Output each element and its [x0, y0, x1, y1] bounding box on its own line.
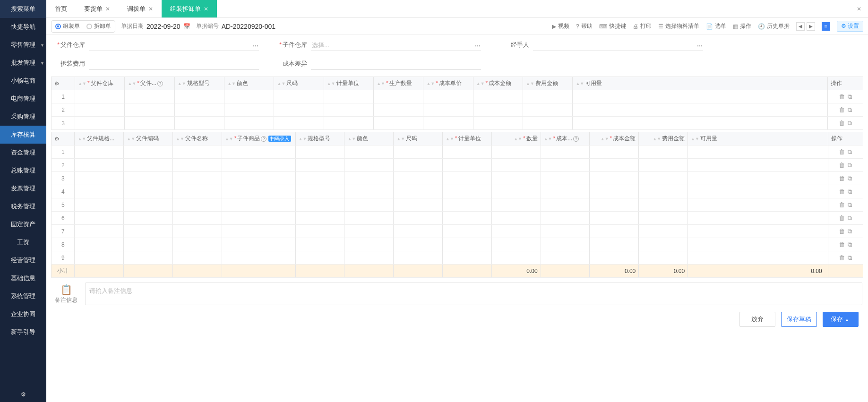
col-cost-amt[interactable]: 成本金额 — [613, 135, 636, 142]
cell[interactable] — [394, 185, 443, 198]
cell[interactable] — [590, 225, 639, 238]
table-row[interactable]: 6🗑⧉ — [52, 212, 863, 225]
cell[interactable] — [590, 198, 639, 212]
cell[interactable] — [688, 159, 828, 172]
sidebar-item-4[interactable]: 小畅电商 — [0, 72, 46, 90]
cell[interactable] — [394, 212, 443, 225]
sidebar-item-11[interactable]: 税务管理 — [0, 197, 46, 215]
sort-icon[interactable]: ▲▼ — [396, 137, 405, 141]
close-icon[interactable]: ✕ — [204, 6, 208, 12]
cell[interactable] — [124, 212, 173, 225]
cell[interactable] — [222, 251, 295, 265]
col-parent-name[interactable]: 父件名称 — [185, 135, 208, 142]
help-icon[interactable]: ? — [573, 136, 579, 142]
sort-icon[interactable]: ▲▼ — [544, 137, 552, 141]
sidebar-item-6[interactable]: 采购管理 — [0, 108, 46, 126]
cell[interactable] — [394, 172, 443, 185]
cell[interactable] — [491, 238, 541, 251]
cell[interactable] — [491, 251, 541, 265]
video-link[interactable]: ▶视频 — [552, 22, 569, 30]
cell[interactable] — [590, 185, 639, 198]
cell[interactable] — [173, 212, 222, 225]
cell[interactable] — [491, 225, 541, 238]
cell[interactable] — [75, 159, 124, 172]
cell[interactable] — [491, 198, 541, 212]
save-button[interactable]: 保存▴ — [823, 312, 859, 327]
cell[interactable] — [222, 145, 295, 159]
tab-1[interactable]: 要货单✕ — [76, 0, 119, 17]
sidebar-item-0[interactable]: 搜索菜单 — [0, 0, 46, 18]
copy-icon[interactable]: ⧉ — [848, 120, 852, 127]
col-color[interactable]: 颜色 — [357, 135, 368, 142]
cell[interactable] — [523, 117, 573, 130]
save-draft-button[interactable]: 保存草稿 — [781, 312, 817, 327]
cell[interactable] — [324, 103, 373, 117]
sort-icon[interactable]: ▲▼ — [176, 137, 184, 141]
sort-icon[interactable]: ▲▼ — [691, 137, 699, 141]
sort-icon[interactable]: ▲▼ — [178, 82, 186, 86]
delete-icon[interactable]: 🗑 — [839, 106, 845, 113]
cell[interactable] — [423, 103, 473, 117]
cell[interactable] — [541, 238, 590, 251]
handler-input[interactable] — [533, 40, 703, 51]
cell[interactable] — [639, 172, 688, 185]
delete-icon[interactable]: 🗑 — [839, 188, 845, 195]
parent-warehouse-input[interactable] — [89, 40, 259, 51]
cell[interactable] — [124, 145, 173, 159]
table-row[interactable]: 1🗑⧉ — [52, 90, 863, 103]
delete-icon[interactable]: 🗑 — [839, 120, 845, 127]
cell[interactable] — [124, 225, 173, 238]
print-link[interactable]: 🖨打印 — [633, 22, 652, 30]
delete-icon[interactable]: 🗑 — [839, 228, 845, 235]
col-child-product[interactable]: 子件商品 — [237, 135, 260, 142]
cell[interactable] — [423, 90, 473, 103]
cell[interactable] — [590, 172, 639, 185]
child-warehouse-input[interactable] — [311, 40, 481, 51]
sort-icon[interactable]: ▲▼ — [514, 137, 522, 141]
cell[interactable] — [639, 212, 688, 225]
cell[interactable] — [173, 185, 222, 198]
cell[interactable] — [295, 225, 344, 238]
cell[interactable] — [688, 185, 828, 198]
help-icon[interactable]: ? — [261, 136, 266, 142]
cell[interactable] — [443, 159, 492, 172]
cell[interactable] — [443, 172, 492, 185]
cell[interactable] — [590, 212, 639, 225]
sort-icon[interactable]: ▲▼ — [77, 137, 86, 141]
cell[interactable] — [491, 185, 541, 198]
col-size[interactable]: 尺码 — [406, 135, 417, 142]
cell[interactable] — [274, 103, 324, 117]
cell[interactable] — [374, 103, 423, 117]
gear-icon[interactable]: ⚙ — [54, 80, 60, 87]
col-parent-warehouse[interactable]: 父件仓库 — [91, 80, 113, 86]
cell[interactable] — [473, 117, 523, 130]
col-unit[interactable]: 计量单位 — [336, 80, 359, 86]
cell[interactable] — [491, 159, 541, 172]
table-row[interactable]: 9🗑⧉ — [52, 251, 863, 265]
cell[interactable] — [173, 145, 222, 159]
cell[interactable] — [473, 90, 523, 103]
col-unit-cost[interactable]: 成本单价 — [439, 80, 462, 86]
cell[interactable] — [295, 145, 344, 159]
copy-icon[interactable]: ⧉ — [848, 228, 852, 235]
sort-icon[interactable]: ▲▼ — [299, 137, 307, 141]
cell[interactable] — [523, 90, 573, 103]
cell[interactable] — [443, 185, 492, 198]
discard-button[interactable]: 放弃 — [739, 312, 775, 327]
shortcut-link[interactable]: ⌨快捷键 — [599, 22, 626, 30]
sort-icon[interactable]: ▲▼ — [327, 82, 335, 86]
history-link[interactable]: 🕘历史单据 — [758, 22, 790, 30]
cost-diff-input[interactable] — [311, 59, 481, 70]
delete-icon[interactable]: 🗑 — [839, 93, 845, 100]
sidebar-item-12[interactable]: 固定资产 — [0, 215, 46, 233]
cell[interactable] — [394, 145, 443, 159]
cell[interactable] — [222, 198, 295, 212]
delete-icon[interactable]: 🗑 — [839, 162, 845, 169]
copy-icon[interactable]: ⧉ — [848, 175, 852, 182]
sidebar-item-5[interactable]: 电商管理 — [0, 90, 46, 108]
cell[interactable] — [639, 251, 688, 265]
cell[interactable] — [688, 198, 828, 212]
copy-icon[interactable]: ⧉ — [848, 148, 852, 155]
cell[interactable] — [173, 251, 222, 265]
cell[interactable] — [443, 145, 492, 159]
